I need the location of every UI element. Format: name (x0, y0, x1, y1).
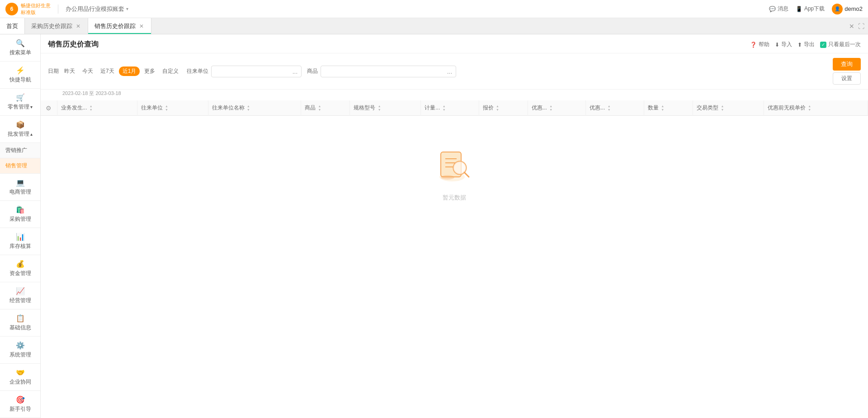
data-table: ⚙ 业务发生... ▲▼ 往来单位 ▲▼ 往来单位名称 (41, 100, 868, 116)
search-button[interactable]: 查询 (833, 58, 861, 71)
content-area: 销售历史价查询 ❓ 帮助 ⬇ 导入 ⬆ 导出 ✓ (41, 34, 868, 418)
tab-purchase-history[interactable]: 采购历史价跟踪 ✕ (25, 18, 88, 34)
sidebar-item-marketing[interactable]: 营销推广 (0, 143, 40, 158)
th-spec: 规格型号 ▲▼ (350, 100, 421, 116)
sort-arrows-customer-code[interactable]: ▲▼ (165, 104, 168, 111)
svg-line-8 (464, 172, 469, 177)
customer-dots-icon: ... (292, 68, 298, 75)
tab-sales-history[interactable]: 销售历史价跟踪 ✕ (88, 18, 151, 34)
sort-arrows-pre-discount[interactable]: ▲▼ (808, 104, 811, 111)
date-filter-group: 日期 昨天 今天 近7天 近1月 更多 自定义 (48, 66, 181, 76)
sort-arrows-unit[interactable]: ▲▼ (443, 104, 446, 111)
header-divider (58, 5, 58, 14)
date-btn-more[interactable]: 更多 (142, 66, 158, 76)
product-filter-group: 商品 ... (307, 66, 456, 77)
sidebar-item-finance[interactable]: 💰 资金管理 (0, 255, 40, 282)
sort-arrows-customer-name[interactable]: ▲▼ (247, 104, 250, 111)
close-window-icon[interactable]: ✕ (849, 23, 854, 30)
help-btn[interactable]: ❓ 帮助 (750, 41, 769, 48)
date-btn-custom[interactable]: 自定义 (160, 66, 181, 76)
wholesale-sub-items: 营销推广 销售管理 (0, 143, 40, 174)
sidebar-item-wholesale[interactable]: 📦 批发管理 ▴ (0, 116, 40, 143)
sidebar-item-purchase[interactable]: 🛍️ 采购管理 (0, 201, 40, 228)
date-btn-yesterday[interactable]: 昨天 (61, 66, 78, 76)
sidebar-item-quick-nav[interactable]: ⚡ 快捷导航 (0, 62, 40, 89)
chevron-down-icon: ▾ (126, 6, 128, 11)
settings-button[interactable]: 设置 (833, 72, 861, 85)
wholesale-icon: 📦 (16, 120, 25, 129)
header-right: 💬 消息 📱 App下载 👤 demo2 (769, 4, 863, 14)
date-shortcuts: 昨天 今天 近7天 近1月 更多 自定义 (61, 66, 181, 76)
sidebar-item-system[interactable]: ⚙️ 系统管理 (0, 337, 40, 364)
table-settings-icon[interactable]: ⚙ (46, 104, 52, 112)
sidebar-item-inventory[interactable]: 📊 库存核算 (0, 228, 40, 255)
app-selector[interactable]: 办公用品行业模拟账套 ▾ (66, 5, 128, 13)
product-label: 商品 (307, 67, 318, 75)
import-btn[interactable]: ⬇ 导入 (775, 41, 792, 48)
customer-label: 往来单位 (187, 67, 208, 75)
tab-bar-actions: ✕ ⛶ (845, 18, 868, 34)
product-input[interactable]: ... (321, 66, 456, 77)
sidebar-item-search-menu[interactable]: 🔍 搜索菜单 (0, 34, 40, 62)
sort-arrows-spec[interactable]: ▲▼ (378, 104, 381, 111)
help-icon: ❓ (750, 42, 757, 48)
sort-arrows-quote[interactable]: ▲▼ (496, 104, 499, 111)
search-icon: 🔍 (16, 39, 25, 48)
only-last-checkbox[interactable]: ✓ 只看最后一次 (820, 41, 861, 48)
top-header: 6 畅捷信好生意 标准版 办公用品行业模拟账套 ▾ 💬 消息 📱 App下载 👤… (0, 0, 868, 18)
sort-arrows-product[interactable]: ▲▼ (318, 104, 321, 111)
th-settings: ⚙ (41, 100, 57, 116)
sidebar: 🔍 搜索菜单 ⚡ 快捷导航 🛒 零售管理 ▾ 📦 批发管理 ▴ 营销推广 (0, 34, 41, 418)
sidebar-item-beginner-guide[interactable]: 🎯 新手引导 (0, 391, 40, 418)
sidebar-item-sales-mgmt[interactable]: 销售管理 (0, 158, 40, 174)
finance-icon: 💰 (16, 260, 25, 268)
logo-icon: 6 (5, 3, 18, 15)
sidebar-item-ecommerce[interactable]: 💻 电商管理 (0, 174, 40, 201)
page-header: 销售历史价查询 ❓ 帮助 ⬇ 导入 ⬆ 导出 ✓ (41, 34, 868, 53)
product-dots-icon: ... (447, 68, 453, 75)
tab-bar: 首页 采购历史价跟踪 ✕ 销售历史价跟踪 ✕ ✕ ⛶ (0, 18, 868, 34)
ecommerce-icon: 💻 (16, 178, 25, 187)
sort-arrows-biz-date[interactable]: ▲▼ (90, 104, 93, 111)
checkbox-icon: ✓ (820, 42, 826, 48)
th-trade-type: 交易类型 ▲▼ (693, 100, 764, 116)
table-wrapper: ⚙ 业务发生... ▲▼ 往来单位 ▲▼ 往来单位名称 (41, 100, 868, 418)
avatar-icon: 👤 (835, 6, 840, 11)
tab-active-indicator (88, 33, 151, 34)
sort-arrows-trade-type[interactable]: ▲▼ (721, 104, 724, 111)
guide-icon: 🎯 (16, 395, 25, 404)
expand-window-icon[interactable]: ⛶ (858, 23, 864, 30)
collab-icon: 🤝 (16, 368, 25, 377)
sidebar-item-operations[interactable]: 📈 经营管理 (0, 282, 40, 309)
sort-arrows-quantity[interactable]: ▲▼ (661, 104, 664, 111)
date-btn-1month[interactable]: 近1月 (119, 66, 140, 76)
th-product: 商品 ▲▼ (301, 100, 350, 116)
th-customer-code: 往来单位 ▲▼ (137, 100, 208, 116)
message-icon: 💬 (769, 6, 776, 12)
app-download-btn[interactable]: 📱 App下载 (796, 5, 825, 13)
customer-input[interactable]: ... (211, 66, 302, 77)
tab-sales-close-icon[interactable]: ✕ (138, 23, 145, 30)
sort-arrows-discount2[interactable]: ▲▼ (608, 104, 611, 111)
date-btn-today[interactable]: 今天 (80, 66, 96, 76)
export-btn[interactable]: ⬆ 导出 (797, 41, 815, 48)
th-customer-name: 往来单位名称 ▲▼ (208, 100, 301, 116)
date-range-text: 2023-02-18 至 2023-03-18 (62, 90, 121, 96)
message-btn[interactable]: 💬 消息 (769, 5, 788, 13)
sidebar-item-basic-info[interactable]: 📋 基础信息 (0, 309, 40, 337)
user-profile[interactable]: 👤 demo2 (832, 4, 863, 14)
sidebar-item-enterprise-collab[interactable]: 🤝 企业协同 (0, 364, 40, 391)
chevron-up-icon: ▴ (30, 132, 33, 137)
main-layout: 🔍 搜索菜单 ⚡ 快捷导航 🛒 零售管理 ▾ 📦 批发管理 ▴ 营销推广 (0, 34, 868, 418)
system-icon: ⚙️ (16, 341, 25, 350)
tab-home[interactable]: 首页 (0, 18, 25, 34)
th-quantity: 数量 ▲▼ (644, 100, 693, 116)
th-discount1: 优惠... ▲▼ (528, 100, 586, 116)
sidebar-item-retail[interactable]: 🛒 零售管理 ▾ (0, 89, 40, 116)
logo-area: 6 畅捷信好生意 标准版 (5, 2, 51, 15)
sort-arrows-discount1[interactable]: ▲▼ (549, 104, 552, 111)
tab-purchase-close-icon[interactable]: ✕ (75, 23, 81, 30)
logo-text: 畅捷信好生意 标准版 (21, 2, 51, 15)
date-btn-7days[interactable]: 近7天 (98, 66, 117, 76)
purchase-icon: 🛍️ (16, 205, 25, 214)
